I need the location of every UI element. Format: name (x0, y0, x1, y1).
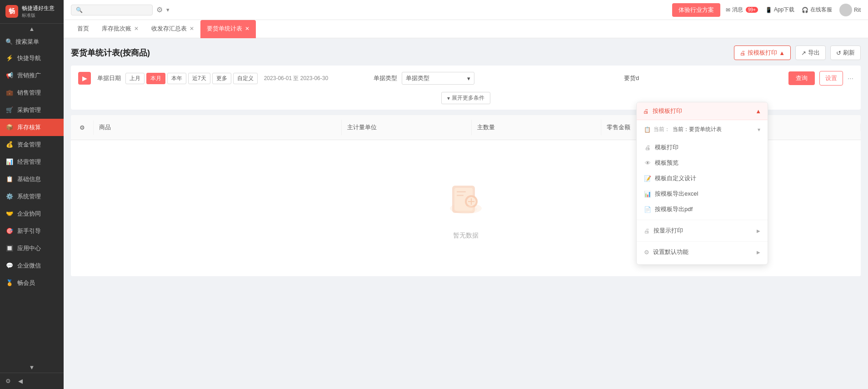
tab-close-batch-account[interactable]: ✕ (134, 25, 139, 32)
tab-order-stats[interactable]: 要货单统计表✕ (200, 20, 256, 38)
current-template-icon: 📋 (644, 126, 651, 133)
message-btn[interactable]: ✉ 消息 99+ (726, 6, 758, 14)
sidebar-item-basic[interactable]: 📋基础信息 (0, 171, 64, 188)
dropdown-icon-template-export-pdf: 📄 (644, 206, 651, 213)
export-btn[interactable]: ↗ 导出 (795, 45, 826, 60)
page-header: 要货单统计表(按商品) 🖨 按模板打印 ▲ ↗ 导出 ↺ 刷新 (71, 45, 861, 60)
print-dropdown: 🖨 按模板打印 ▲ 📋 当前： 当前：要货单统计表 ▾ 🖨模板打印👁模板预览📝模… (636, 102, 768, 265)
print-header-icon: 🖨 (643, 108, 649, 115)
date-range-text: 2023-06-01 至 2023-06-30 (264, 75, 328, 82)
sidebar-item-operation[interactable]: 📊经营管理 (0, 153, 64, 171)
sidebar-label-cooperation: 企业协同 (17, 210, 41, 218)
sidebar-item-system[interactable]: ⚙️系统管理 (0, 188, 64, 205)
dropdown-section-display: 🖨 按显示打印 ▶ (637, 220, 768, 242)
set-default-arrow: ▶ (757, 250, 760, 255)
query-btn[interactable]: 查询 (788, 71, 815, 85)
sidebar-label-wechat: 企业微信 (17, 262, 41, 270)
sidebar-item-sales[interactable]: 💼销售管理 (0, 84, 64, 101)
dropdown-close-icon[interactable]: ▲ (755, 108, 761, 115)
message-icon: ✉ (726, 7, 730, 13)
expand-down-icon: ▾ (447, 95, 450, 101)
filter-more-icon[interactable]: ⋯ (848, 75, 853, 82)
sidebar-icon-finance: 💰 (5, 141, 14, 148)
type-select[interactable]: 单据类型 ▾ (402, 72, 474, 85)
sidebar-scroll-up[interactable]: ▲ (0, 24, 64, 34)
tab-close-order-stats[interactable]: ✕ (245, 25, 249, 32)
svg-rect-7 (457, 191, 466, 192)
sidebar-logo: 畅 畅捷通好生意 标准版 (0, 0, 64, 24)
display-print-item[interactable]: 🖨 按显示打印 ▶ (637, 223, 768, 238)
sidebar-label-sales: 销售管理 (17, 89, 41, 97)
dropdown-header[interactable]: 🖨 按模板打印 ▲ (637, 102, 768, 120)
date-btn-more[interactable]: 更多 (212, 73, 231, 84)
sidebar-label-basic: 基础信息 (17, 175, 41, 183)
tab-receipts-summary[interactable]: 收发存汇总表✕ (145, 20, 200, 38)
current-template-arrow[interactable]: ▾ (758, 126, 760, 133)
tab-close-receipts-summary[interactable]: ✕ (190, 25, 194, 32)
user-avatar[interactable]: Rit (839, 4, 861, 16)
app-download-btn[interactable]: 📱 App下载 (765, 6, 794, 14)
dropdown-item-template-print[interactable]: 🖨模板打印 (637, 140, 768, 155)
sidebar-icon-purchase: 🛒 (5, 106, 14, 113)
topbar-settings-icon[interactable]: ⚙ (156, 5, 163, 14)
topbar-search-box[interactable]: 🔍 (71, 5, 153, 15)
dropdown-item-template-custom[interactable]: 📝模板自定义设计 (637, 171, 768, 186)
username-label: Rit (854, 7, 861, 13)
sidebar-item-member[interactable]: 🏅畅会员 (0, 274, 64, 292)
tab-home[interactable]: 首页 (71, 20, 95, 38)
sidebar-icon-cooperation: 🤝 (5, 210, 14, 217)
download-icon: 📱 (765, 7, 772, 13)
dropdown-item-template-export-pdf[interactable]: 📄按模板导出pdf (637, 202, 768, 217)
topbar-search-icon: 🔍 (76, 7, 83, 13)
set-default-item[interactable]: ⚙ 设置默认功能 ▶ (637, 244, 768, 260)
dropdown-item-template-export-excel[interactable]: 📊按模板导出excel (637, 186, 768, 202)
sidebar: 畅 畅捷通好生意 标准版 ▲ 🔍 搜索菜单 ⚡快捷导航📢营销推广💼销售管理🛒采购… (0, 0, 64, 389)
date-btn-last-month[interactable]: 上月 (125, 73, 145, 84)
sidebar-item-guide[interactable]: 🎯新手引导 (0, 222, 64, 240)
dropdown-item-template-preview[interactable]: 👁模板预览 (637, 155, 768, 171)
sidebar-item-inventory[interactable]: 📦库存核算 (0, 119, 64, 136)
settings-icon[interactable]: ⚙ (5, 378, 11, 384)
export-icon: ↗ (801, 50, 806, 56)
date-btn-current-month[interactable]: 本月 (146, 73, 165, 84)
sidebar-item-wechat[interactable]: 💬企业微信 (0, 257, 64, 274)
collapse-icon[interactable]: ◀ (18, 378, 23, 384)
sidebar-label-system: 系统管理 (17, 192, 41, 201)
sidebar-icon-guide: 🎯 (5, 227, 14, 234)
filter-expand-icon[interactable]: ▶ (78, 72, 91, 85)
dropdown-label-template-preview: 模板预览 (655, 159, 678, 167)
search-icon: 🔍 (5, 38, 13, 45)
expand-more-btn[interactable]: ▾ 展开更多条件 (441, 92, 490, 104)
sidebar-item-purchase[interactable]: 🛒采购管理 (0, 101, 64, 119)
tab-batch-account[interactable]: 库存批次账✕ (95, 20, 145, 38)
date-btn-custom[interactable]: 自定义 (233, 73, 258, 84)
filter-row-1: ▶ 单据日期 上月本月本年近7天更多自定义 2023-06-01 至 2023-… (78, 71, 853, 86)
tab-label-batch-account: 库存批次账 (102, 25, 131, 33)
date-btn-current-year[interactable]: 本年 (167, 73, 186, 84)
th-unit: 主计量单位 (342, 120, 472, 135)
print-template-btn[interactable]: 🖨 按模板打印 ▲ (734, 45, 791, 60)
sidebar-item-marketing[interactable]: 📢营销推广 (0, 67, 64, 84)
trial-btn[interactable]: 体验行业方案 (672, 3, 720, 17)
th-settings[interactable]: ⚙ (71, 121, 94, 135)
sidebar-item-cooperation[interactable]: 🤝企业协同 (0, 205, 64, 222)
sidebar-scroll-down[interactable]: ▼ (0, 362, 64, 373)
topbar-dropdown-icon[interactable]: ▾ (166, 6, 170, 13)
current-template-value: 当前：要货单统计表 (673, 126, 722, 133)
dropdown-label-template-export-pdf: 按模板导出pdf (655, 205, 693, 213)
dropdown-body: 📋 当前： 当前：要货单统计表 ▾ 🖨模板打印👁模板预览📝模板自定义设计📊按模板… (637, 120, 768, 264)
online-service-btn[interactable]: 🎧 在线客服 (802, 6, 832, 14)
sidebar-item-finance[interactable]: 💰资金管理 (0, 136, 64, 153)
date-filter-label: 单据日期 (97, 74, 121, 82)
sidebar-label-app-center: 应用中心 (17, 244, 41, 253)
filter-settings-btn[interactable]: 设置 (819, 71, 843, 86)
online-service-label: 在线客服 (810, 6, 832, 14)
sidebar-item-quick-nav[interactable]: ⚡快捷导航 (0, 50, 64, 67)
sidebar-icon-basic: 📋 (5, 176, 14, 182)
sidebar-item-app-center[interactable]: 🔲应用中心 (0, 240, 64, 257)
dropdown-arrow-icon: ▲ (779, 50, 785, 56)
refresh-btn[interactable]: ↺ 刷新 (830, 45, 861, 60)
sidebar-search[interactable]: 🔍 搜索菜单 (0, 34, 64, 50)
date-buttons: 上月本月本年近7天更多自定义 (125, 73, 258, 84)
date-btn-last-7-days[interactable]: 近7天 (188, 73, 210, 84)
